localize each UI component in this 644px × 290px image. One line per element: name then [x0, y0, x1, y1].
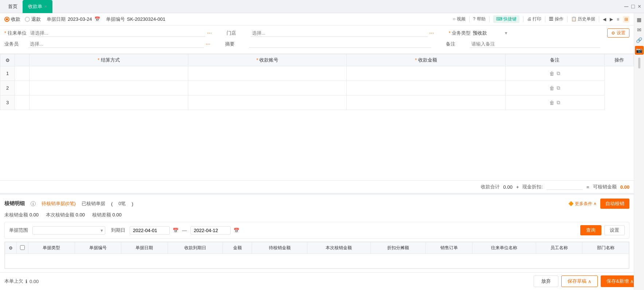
- minimize-icon[interactable]: ─: [624, 3, 628, 10]
- td-remark-2[interactable]: [347, 81, 506, 95]
- verify-section: 核销明细 ℹ 待核销单据(0笔) 已核销单据(0笔) 🔶 更多条件 ∧ 自动核销…: [0, 193, 634, 273]
- row-delete-1[interactable]: 🗑: [549, 71, 554, 77]
- partner-dots-btn[interactable]: ···: [207, 30, 212, 36]
- bottom-table: ⚙ 单据类型 单据编号 单据日期 收款到期日 金额 待核销金额 本次核销金额 折…: [5, 242, 629, 269]
- discard-btn[interactable]: 放弃: [534, 275, 558, 287]
- date-to-calendar-icon[interactable]: 📅: [233, 228, 239, 233]
- verify-info-icon[interactable]: ℹ: [31, 201, 36, 206]
- main-table-container: ⚙ * 结算方式 * 收款账号 * 收款金额 备注 操作 1: [0, 54, 634, 181]
- radio-receipt-dot: [4, 17, 9, 22]
- sidebar-camera-icon[interactable]: 📷: [635, 46, 644, 55]
- sidebar-mail-icon[interactable]: ✉: [635, 26, 644, 34]
- discount-label: 现金折扣:: [522, 184, 543, 190]
- sidebar-link-icon[interactable]: 🔗: [635, 36, 644, 44]
- radio-refund[interactable]: 退款: [25, 16, 41, 23]
- toolbar-right: ○ 视频 ? 帮助 ⌨ 快捷键 🖨 打印 ☰ 操作 📋 历史单据 ◀ ▶ ≡ ⊞: [453, 15, 629, 23]
- bth-partner-name: 往来单位名称: [472, 242, 536, 254]
- tab-receipt[interactable]: 收款单 ×: [23, 0, 52, 13]
- form-settings-btn[interactable]: ⚙ 设置: [607, 28, 629, 38]
- draft-btn-arrow-icon: ∧: [588, 279, 592, 284]
- print-btn[interactable]: 🖨 打印: [527, 16, 541, 22]
- video-btn[interactable]: ○ 视频: [453, 16, 466, 22]
- verify-stats: 未核销金额 0.00 本次核销金额 0.00 核销差额 0.00: [4, 212, 629, 218]
- remark-field: 备注: [446, 40, 600, 48]
- doc-date-field: 单据日期 2023-03-24 📅: [47, 16, 100, 23]
- nav-grid-icon[interactable]: ⊞: [623, 16, 629, 23]
- bth-doc-date: 单据日期: [121, 242, 168, 254]
- select-all-checkbox[interactable]: [20, 245, 25, 250]
- biztype-dropdown-icon[interactable]: ▾: [505, 30, 507, 36]
- staff-input[interactable]: [28, 40, 204, 48]
- biztype-label: * 业务类型: [449, 30, 471, 36]
- td-remark-3[interactable]: [347, 95, 506, 110]
- history-btn[interactable]: 📋 历史单据: [571, 16, 595, 22]
- bth-due-date: 收款到期日: [168, 242, 223, 254]
- td-amount-3[interactable]: [188, 95, 347, 110]
- td-account-2[interactable]: [30, 81, 188, 95]
- date-from-input[interactable]: [130, 226, 170, 235]
- close-icon[interactable]: ×: [638, 3, 641, 10]
- operation-btn[interactable]: ☰ 操作: [549, 16, 563, 22]
- range-select[interactable]: [32, 226, 105, 235]
- help-btn[interactable]: ? 帮助: [473, 16, 486, 22]
- th-settings[interactable]: ⚙: [0, 54, 15, 66]
- filter-settings-btn[interactable]: 设置: [604, 225, 625, 235]
- maximize-icon[interactable]: □: [631, 3, 635, 10]
- discount-input[interactable]: [546, 184, 583, 190]
- row-copy-2[interactable]: ⧉: [557, 85, 560, 91]
- row-copy-1[interactable]: ⧉: [557, 70, 560, 77]
- td-amount-1[interactable]: [188, 66, 347, 81]
- doc-no-field: 单据编号 SK-20230324-001: [106, 16, 166, 23]
- nav-list-icon[interactable]: ≡: [617, 17, 619, 22]
- store-dots-btn[interactable]: ···: [429, 30, 434, 36]
- verify-header: 核销明细 ℹ 待核销单据(0笔) 已核销单据(0笔) 🔶 更多条件 ∧ 自动核销: [4, 199, 629, 209]
- partner-input[interactable]: [29, 30, 206, 37]
- td-num-2: 2: [0, 81, 15, 95]
- footer-info-label: 本单上欠: [4, 278, 23, 285]
- tab-home-label: 首页: [8, 3, 17, 10]
- radio-receipt[interactable]: 收款: [4, 16, 20, 23]
- table-row: 1 🗑 ⧉: [0, 66, 634, 81]
- pending-tab[interactable]: 待核销单据(0笔): [42, 200, 76, 207]
- auto-verify-btn[interactable]: 自动核销: [600, 199, 629, 209]
- staff-dots-btn[interactable]: ···: [205, 41, 210, 47]
- date-from-calendar-icon[interactable]: 📅: [173, 228, 178, 233]
- tab-home[interactable]: 首页: [3, 0, 23, 13]
- footer-info-icon[interactable]: ℹ: [25, 279, 27, 284]
- bth-settings[interactable]: ⚙: [5, 242, 17, 254]
- td-method-2[interactable]: [15, 81, 30, 95]
- row-action-1: 🗑 ⧉: [509, 70, 601, 77]
- row-delete-2[interactable]: 🗑: [549, 85, 554, 91]
- store-input[interactable]: [251, 30, 428, 37]
- right-sidebar: ▦ ✉ 🔗 📷: [634, 13, 644, 290]
- td-method-1[interactable]: [15, 66, 30, 81]
- row-copy-3[interactable]: ⧉: [557, 99, 560, 106]
- tab-bar: 首页 收款单 × ─ □ ×: [0, 0, 644, 13]
- radio-refund-label: 退款: [31, 16, 41, 23]
- doc-date-calendar-icon[interactable]: 📅: [94, 16, 100, 22]
- radio-group: 收款 退款: [4, 16, 41, 23]
- td-amount-2[interactable]: [188, 81, 347, 95]
- scrollbar-thumb[interactable]: [638, 58, 640, 68]
- summary-input[interactable]: [249, 40, 431, 48]
- remark-input[interactable]: [470, 40, 600, 48]
- pending-count: 0笔: [67, 201, 74, 206]
- form-row-1: * 往来单位 ··· 门店 ··· * 业务类型 预收款 ▾ ⚙: [4, 28, 629, 38]
- row-delete-3[interactable]: 🗑: [549, 100, 554, 106]
- remark-label: 备注: [446, 41, 468, 47]
- td-account-1[interactable]: [30, 66, 188, 81]
- shortcut-btn[interactable]: ⌨ 快捷键: [493, 15, 519, 23]
- more-conditions-btn[interactable]: 🔶 更多条件 ∧: [568, 201, 597, 207]
- draft-btn[interactable]: 保存草稿 ∧: [561, 275, 598, 287]
- nav-next-icon[interactable]: ▶: [610, 17, 613, 22]
- nav-prev-icon[interactable]: ◀: [603, 17, 606, 22]
- tab-receipt-close[interactable]: ×: [44, 4, 47, 9]
- query-btn[interactable]: 查询: [580, 225, 601, 235]
- td-remark-1[interactable]: [347, 66, 506, 81]
- sidebar-table-icon[interactable]: ▦: [635, 15, 644, 24]
- range-field: 单据范围 ▾: [9, 226, 105, 235]
- td-account-3[interactable]: [30, 95, 188, 110]
- td-method-3[interactable]: [15, 95, 30, 110]
- total-value: 0.00: [503, 184, 513, 190]
- date-to-input[interactable]: [191, 226, 231, 235]
